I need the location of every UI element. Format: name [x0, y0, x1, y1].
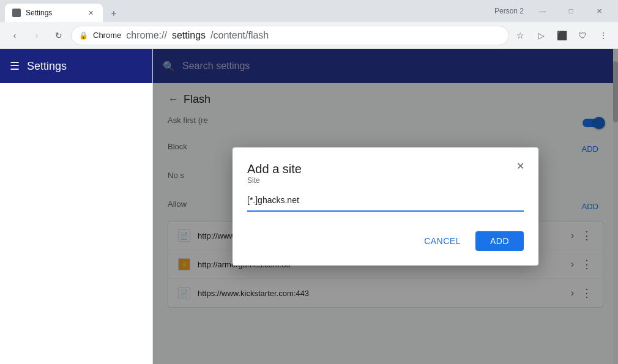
- main-content: ☰ Settings 🔍 ← Flash Ask first (re: [0, 49, 618, 364]
- add-button[interactable]: ADD: [475, 231, 524, 251]
- cancel-button[interactable]: CANCEL: [414, 231, 471, 251]
- site-field-label: Site: [247, 176, 524, 185]
- dialog-actions: CANCEL ADD: [247, 231, 524, 251]
- user-label: Person 2: [494, 7, 524, 15]
- menu-button[interactable]: ⋮: [594, 26, 613, 45]
- site-input[interactable]: [247, 190, 524, 212]
- reload-button[interactable]: ↻: [49, 26, 69, 45]
- active-tab[interactable]: Settings ✕: [5, 4, 103, 22]
- content-area: 🔍 ← Flash Ask first (re Bloc: [153, 49, 618, 364]
- close-button[interactable]: ✕: [585, 1, 613, 21]
- browser-name-label: Chrome: [93, 31, 121, 40]
- maximize-button[interactable]: □: [557, 1, 585, 21]
- url-suffix: /content/flash: [210, 30, 269, 41]
- tab-favicon: [12, 9, 21, 17]
- tab-title: Settings: [26, 9, 81, 17]
- tab-bar: Settings ✕ +: [5, 0, 494, 22]
- dialog-title: Add a site: [247, 162, 302, 176]
- svg-rect-0: [13, 10, 20, 16]
- back-button[interactable]: ‹: [5, 26, 24, 45]
- browser-frame: Settings ✕ + Person 2 — □ ✕ ‹ › ↻ 🔒 Chro…: [0, 0, 618, 364]
- bookmark-button[interactable]: ☆: [512, 27, 529, 44]
- extension-button-3[interactable]: 🛡: [573, 26, 592, 45]
- window-controls: — □ ✕: [529, 1, 613, 21]
- extension-button-2[interactable]: ⬛: [552, 26, 571, 45]
- forward-button[interactable]: ›: [27, 26, 47, 45]
- sidebar: ☰ Settings: [0, 49, 153, 364]
- hamburger-icon[interactable]: ☰: [10, 59, 20, 73]
- lock-icon: 🔒: [79, 31, 88, 40]
- minimize-button[interactable]: —: [529, 1, 557, 21]
- tab-close-button[interactable]: ✕: [86, 8, 95, 18]
- dialog-overlay: Add a site ✕ Site CANCEL ADD: [153, 49, 618, 364]
- url-prefix: chrome://: [126, 30, 167, 41]
- new-tab-button[interactable]: +: [105, 5, 122, 22]
- url-highlight: settings: [172, 30, 206, 41]
- toolbar-icons: ▷ ⬛ 🛡 ⋮: [531, 26, 613, 45]
- svg-rect-1: [15, 11, 16, 12]
- dialog-close-button[interactable]: ✕: [512, 157, 529, 174]
- sidebar-title: Settings: [27, 60, 67, 73]
- sidebar-header: ☰ Settings: [0, 49, 152, 83]
- title-bar: Settings ✕ + Person 2 — □ ✕: [0, 0, 618, 22]
- extension-button-1[interactable]: ▷: [531, 26, 551, 45]
- navigation-bar: ‹ › ↻ 🔒 Chrome chrome:// settings /conte…: [0, 22, 618, 49]
- add-site-dialog: Add a site ✕ Site CANCEL ADD: [233, 147, 538, 266]
- address-bar[interactable]: 🔒 Chrome chrome:// settings /content/fla…: [71, 26, 509, 45]
